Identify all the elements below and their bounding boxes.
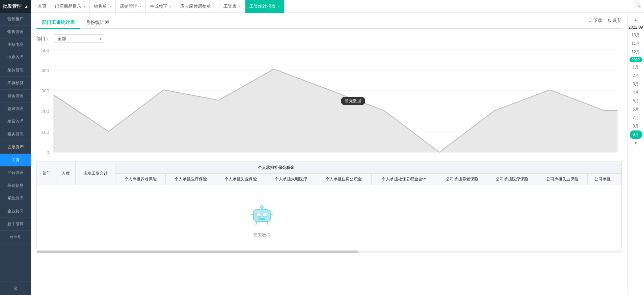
month-item-2月[interactable]: 2月	[627, 71, 644, 80]
download-button[interactable]: ⤓ 下载	[588, 18, 602, 24]
content-area: 部门工资统计表 月份统计表 ⤓ 下载 ↻ 刷新 部门：	[31, 13, 644, 295]
sidebar-item-发票管理[interactable]: 发票管理	[0, 115, 31, 128]
svg-point-18	[261, 206, 263, 208]
close-icon[interactable]: ×	[139, 4, 141, 8]
tab-生成凭证[interactable]: 生成凭证 ×	[146, 0, 176, 13]
month-item-10月[interactable]: 10月	[627, 31, 644, 39]
col-公司其他: 公司承担...	[587, 174, 621, 185]
tab-应收应付调整单[interactable]: 应收应付调整单 ×	[176, 0, 219, 13]
month-item-6月[interactable]: 6月	[627, 105, 644, 114]
refresh-button[interactable]: ↻ 刷新	[608, 18, 622, 24]
main-area: 首页 门店商品目录 × 销售单 × 店铺管理 × 生成凭证 × 应收应付调整单 …	[31, 0, 644, 295]
sidebar: 批发管理 ▲ 营销推广 销售管理 小畅电商 电商管理 采购管理 库存核算 资金管…	[0, 0, 31, 295]
month-item-4月[interactable]: 4月	[627, 88, 644, 97]
svg-text:500: 500	[42, 48, 49, 53]
month-item-12月[interactable]: 12月	[627, 48, 644, 56]
col-个人合计: 个人承担社保公积金合计	[371, 174, 437, 185]
svg-rect-16	[259, 218, 265, 220]
sidebar-item-总账管理[interactable]: 总账管理	[0, 102, 31, 115]
sidebar-item-库存核算[interactable]: 库存核算	[0, 77, 31, 90]
table-scrollbar[interactable]	[36, 250, 622, 253]
tab-label: 店铺管理	[120, 3, 137, 9]
empty-icon	[248, 201, 275, 228]
svg-line-22	[267, 222, 268, 225]
tab-close-all-button[interactable]: ✕	[637, 4, 641, 9]
col-个人养老: 个人承担养老保险	[115, 174, 166, 185]
sidebar-item-小畅电商[interactable]: 小畅电商	[0, 38, 31, 51]
sidebar-footer[interactable]: ⚙	[0, 282, 31, 295]
col-应发工资合计: 应发工资合计	[76, 162, 115, 185]
sidebar-item-基础信息[interactable]: 基础信息	[0, 179, 31, 192]
empty-state: 暂无数据	[41, 188, 483, 249]
sidebar-item-企业协同[interactable]: 企业协同	[0, 205, 31, 218]
nav-up-arrow[interactable]: ▲	[632, 16, 640, 24]
svg-text:100: 100	[42, 130, 49, 135]
col-个人大额: 个人承担大额医疗	[266, 174, 316, 185]
month-item-5月[interactable]: 5月	[627, 97, 644, 105]
month-item-8月[interactable]: 8月	[627, 122, 644, 130]
tab-门店商品目录[interactable]: 门店商品目录 ×	[51, 0, 90, 13]
col-部门: 部门	[37, 162, 56, 185]
chart-area: 0 100 200 300 400 500	[36, 48, 622, 156]
sidebar-item-销售管理[interactable]: 销售管理	[0, 26, 31, 38]
sidebar-expand-icon[interactable]: ▲	[24, 4, 28, 9]
year-label-2022-09: 2022.09	[628, 24, 644, 31]
sidebar-item-税务管理[interactable]: 税务管理	[0, 128, 31, 141]
close-icon[interactable]: ×	[109, 4, 111, 8]
svg-text:400: 400	[42, 68, 49, 73]
col-公司医疗: 公司承担医疗保险	[487, 174, 537, 185]
sidebar-title: 批发管理	[3, 3, 22, 9]
empty-row: 暂无数据	[37, 185, 487, 249]
refresh-label: 刷新	[613, 18, 622, 24]
close-icon[interactable]: ×	[213, 4, 215, 8]
svg-text:300: 300	[42, 89, 49, 93]
sidebar-item-云应用[interactable]: 云应用	[0, 231, 31, 243]
col-个人住房: 个人承担住房公积金	[316, 174, 371, 185]
col-个人失业: 个人承担失业保险	[216, 174, 266, 185]
month-item-1月[interactable]: 1月	[627, 63, 644, 71]
sub-tab-部门工资统计表[interactable]: 部门工资统计表	[36, 17, 80, 29]
year-badge-2022[interactable]: 2022	[629, 57, 642, 62]
svg-text:0: 0	[47, 150, 49, 155]
col-人数: 人数	[56, 162, 76, 185]
table-scrollbar-thumb[interactable]	[36, 250, 358, 253]
sidebar-item-经营管理[interactable]: 经营管理	[0, 167, 31, 179]
dept-select[interactable]: 全部 销售部 财务部 技术部 行政部	[54, 34, 104, 43]
sidebar-item-采购管理[interactable]: 采购管理	[0, 64, 31, 77]
close-icon[interactable]: ×	[239, 4, 241, 8]
sidebar-header: 批发管理 ▲	[0, 0, 31, 13]
month-item-3月[interactable]: 3月	[627, 80, 644, 88]
sidebar-item-电商管理[interactable]: 电商管理	[0, 51, 31, 64]
svg-text:200: 200	[42, 109, 49, 114]
sidebar-item-固定资产[interactable]: 固定资产	[0, 141, 31, 154]
col-公司失业: 公司承担失业保险	[537, 174, 587, 185]
month-item-7月[interactable]: 7月	[627, 114, 644, 122]
close-icon[interactable]: ×	[278, 4, 280, 8]
svg-rect-14	[257, 213, 261, 216]
sidebar-item-新手引导[interactable]: 新手引导	[0, 218, 31, 231]
month-item-11月[interactable]: 11月	[627, 39, 644, 48]
col-group-公司承担	[437, 162, 621, 174]
sub-tab-月份统计表[interactable]: 月份统计表	[80, 17, 115, 29]
data-table: 部门 人数 应发工资合计 个人承担社保公积金 个人承担养老保险 个人承担医疗保险…	[37, 162, 621, 249]
col-公司养老: 公司承担养老保险	[437, 174, 487, 185]
settings-icon[interactable]: ⚙	[13, 286, 18, 291]
tab-label: 应收应付调整单	[180, 3, 211, 9]
sidebar-item-工资[interactable]: 工资	[0, 154, 31, 167]
close-icon[interactable]: ×	[83, 4, 85, 8]
tab-首页[interactable]: 首页	[34, 0, 51, 13]
tab-工资表[interactable]: 工资表 ×	[219, 0, 245, 13]
chart-tooltip: 暂无数据	[341, 97, 365, 105]
sub-tab-label: 月份统计表	[86, 20, 109, 25]
close-icon[interactable]: ×	[169, 4, 171, 8]
tab-销售单[interactable]: 销售单 ×	[90, 0, 115, 13]
tab-店铺管理[interactable]: 店铺管理 ×	[116, 0, 146, 13]
tab-工资统计报表[interactable]: 工资统计报表 ×	[245, 0, 284, 13]
month-item-9月[interactable]: 9月	[630, 130, 642, 139]
table-wrapper[interactable]: 部门 人数 应发工资合计 个人承担社保公积金 个人承担养老保险 个人承担医疗保险…	[36, 161, 622, 249]
sidebar-item-营销推广[interactable]: 营销推广	[0, 13, 31, 26]
svg-rect-15	[263, 213, 267, 216]
sidebar-item-资金管理[interactable]: 资金管理	[0, 90, 31, 102]
nav-down-arrow[interactable]: ▼	[632, 139, 640, 147]
sidebar-item-系统管理[interactable]: 系统管理	[0, 192, 31, 205]
